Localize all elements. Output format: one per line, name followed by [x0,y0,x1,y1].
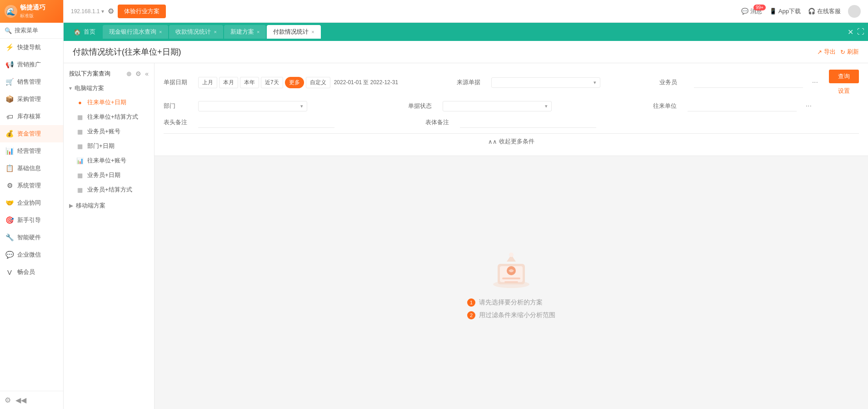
sidebar-item-basic-info[interactable]: 📋 基础信息 [0,160,63,177]
tab-bank-flow-close[interactable]: × [159,29,162,35]
tab-home[interactable]: 🏠 首页 [67,25,102,39]
sidebar-item-label: 企业协同 [17,199,41,207]
chevron-right-icon: ▶ [69,202,73,209]
page-header: 付款情况统计(往来单位+日期) ↗ 导出 ↻ 刷新 [64,41,868,63]
partner-input[interactable] [688,101,797,111]
partner-more-icon[interactable]: ··· [806,102,812,110]
status-chevron-icon: ▾ [545,103,548,109]
empty-tip-1: 1 请先选择要分析的方案 [467,298,555,307]
sidebar-item-purchase[interactable]: 📦 采购管理 [0,91,63,108]
sidebar-item-system[interactable]: ⚙ 系统管理 [0,177,63,194]
messages-btn[interactable]: 💬 消息 99+ [741,7,762,15]
staff-more-icon[interactable]: ··· [812,78,818,86]
body-remark-input[interactable] [460,117,596,128]
table-icon-4: ▦ [76,172,84,179]
date-label: 单据日期 [164,78,191,86]
tip-num-2: 2 [467,311,475,319]
panel-item-staff-date[interactable]: ▦ 业务员+日期 [64,168,154,182]
topbar-settings-btn[interactable]: ⚙ [108,7,114,15]
sidebar-item-marketing[interactable]: 📢 营销推广 [0,56,63,73]
tabs-bar: 🏠 首页 现金银行流水查询 × 收款情况统计 × 新建方案 × 付款情况统计 ×… [64,23,868,41]
sidebar-item-quick-nav[interactable]: ⚡ 快捷导航 [0,39,63,56]
panel-section-desktop-header[interactable]: ▾ 电脑端方案 [64,81,154,95]
collapse-panel-btn[interactable]: « [145,70,149,77]
panel-item-staff-settle[interactable]: ▦ 业务员+结算方式 [64,182,154,197]
inventory-icon: 🏷 [5,112,14,121]
maximize-btn[interactable]: ⛶ [857,28,864,36]
table-icon-1: ▦ [76,113,84,121]
panel-section-mobile-header[interactable]: ▶ 移动端方案 [64,199,154,212]
last-month-btn[interactable]: 上月 [198,77,217,88]
close-all-tabs-btn[interactable]: ✕ [848,28,853,36]
source-chevron-icon: ▾ [594,80,596,86]
marketing-icon: 📢 [5,61,14,69]
sidebar: 🌊 畅捷通巧 标准版 🔍 搜索菜单 ⚡ 快捷导航 📢 营销推广 🛒 销售管理 📦… [0,0,64,409]
online-service-btn[interactable]: 🎧 在线客服 [808,7,841,15]
topbar-left: 192.168.1.1 ▾ ⚙ 体验行业方案 [71,5,736,18]
quick-nav-icon: ⚡ [5,43,14,51]
tab-payment-stats[interactable]: 付款情况统计 × [267,25,320,39]
member-icon: V [5,268,14,276]
tab-collection-stats-close[interactable]: × [214,29,216,35]
sidebar-item-hardware[interactable]: 🔧 智能硬件 [0,229,63,246]
tab-payment-stats-close[interactable]: × [311,29,314,35]
header-remark-input[interactable] [198,117,334,128]
messages-badge: 99+ [753,5,766,10]
query-btn[interactable]: 查询 [829,70,859,83]
main-area: 192.168.1.1 ▾ ⚙ 体验行业方案 💬 消息 99+ 📱 App下载 … [64,0,868,409]
plan-settings-btn[interactable]: ⚙ [135,70,141,77]
filter-area: 单据日期 上月 本月 本年 近7天 更多 自定义 2022-01-01 至 20… [155,63,868,156]
sidebar-item-member[interactable]: V 畅会员 [0,263,63,281]
tab-collection-stats[interactable]: 收款情况统计 × [169,25,223,39]
collapse-bar[interactable]: ∧∧ 收起更多条件 [164,133,859,149]
this-year-btn[interactable]: 本年 [240,77,259,88]
sidebar-item-wechat[interactable]: 💬 企业微信 [0,246,63,263]
sidebar-footer: ⚙ ◀◀ [0,391,63,409]
messages-icon: 💬 [741,8,748,15]
collapse-sidebar-btn[interactable]: ◀◀ [15,396,26,404]
source-select[interactable]: ▾ [491,77,600,88]
tab-bank-flow[interactable]: 现金银行流水查询 × [103,25,168,39]
panel-item-dept-date[interactable]: ▦ 部门+日期 [64,139,154,153]
empty-tip-1-text: 请先选择要分析的方案 [479,298,543,307]
tab-new-plan-close[interactable]: × [257,29,259,35]
address-chevron-icon: ▾ [101,8,104,15]
staff-input[interactable] [694,77,803,88]
panel-item-staff-settle-label: 业务员+结算方式 [87,186,132,194]
home-icon: 🏠 [74,29,81,35]
app-download-btn[interactable]: 📱 App下载 [769,7,801,15]
sidebar-item-label: 采购管理 [17,95,41,103]
sidebar-item-operations[interactable]: 📊 经营管理 [0,142,63,160]
chart-icon: 📊 [76,157,84,164]
sidebar-item-guide[interactable]: 🎯 新手引导 [0,212,63,229]
sidebar-item-finance[interactable]: 💰 资金管理 [0,125,63,142]
topbar-right: 💬 消息 99+ 📱 App下载 🎧 在线客服 [741,5,861,18]
sidebar-item-enterprise[interactable]: 🤝 企业协同 [0,194,63,212]
panel-toolbar-title: 按以下方案查询 [69,70,123,78]
refresh-btn[interactable]: ↻ 刷新 [840,48,859,56]
this-month-btn[interactable]: 本月 [219,77,238,88]
empty-state: 1 请先选择要分析的方案 2 用过滤条件来缩小分析范围 [155,156,868,409]
panel-item-unit-date[interactable]: ● 往来单位+日期 [64,95,154,110]
sidebar-item-sales[interactable]: 🛒 销售管理 [0,73,63,91]
user-avatar[interactable] [848,5,861,18]
sidebar-item-label: 畅会员 [17,268,35,276]
custom-date-btn[interactable]: 自定义 [306,77,330,88]
last-7-days-btn[interactable]: 近7天 [261,77,283,88]
panel-item-unit-account[interactable]: 📊 往来单位+账号 [64,153,154,168]
add-plan-btn[interactable]: ⊕ [126,70,132,77]
sidebar-item-label: 资金管理 [17,130,41,138]
settings-footer-btn[interactable]: ⚙ [5,396,11,404]
panel-item-unit-settle[interactable]: ▦ 往来单位+结算方式 [64,110,154,124]
sidebar-item-inventory[interactable]: 🏷 库存核算 [0,108,63,125]
tab-new-plan[interactable]: 新建方案 × [224,25,266,39]
dept-select[interactable]: ▾ [198,101,307,111]
filter-settings-link[interactable]: 设置 [829,87,859,95]
trial-btn[interactable]: 体验行业方案 [118,5,166,18]
sidebar-search[interactable]: 🔍 搜索菜单 [0,23,63,39]
status-select[interactable]: ▾ [443,101,552,111]
panel-item-staff-account[interactable]: ▦ 业务员+账号 [64,124,154,139]
search-icon: 🔍 [5,27,12,34]
export-btn[interactable]: ↗ 导出 [817,48,836,56]
more-dates-btn[interactable]: 更多 [285,77,304,88]
